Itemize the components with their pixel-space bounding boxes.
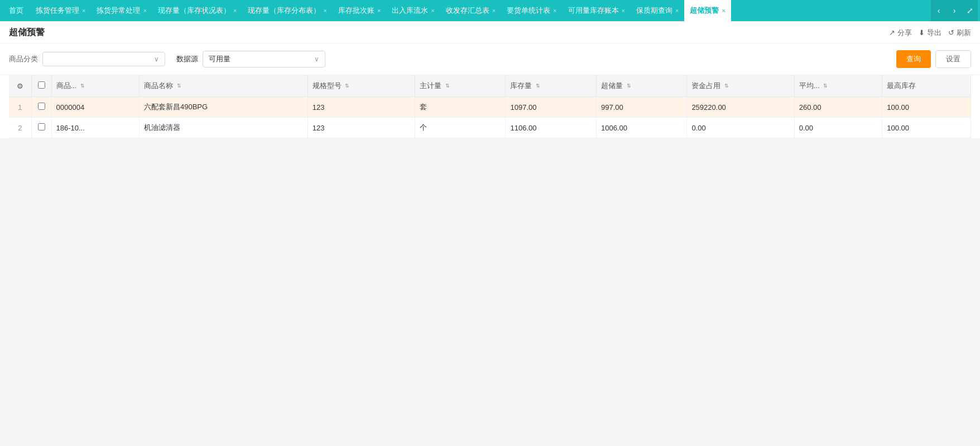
close-tab-5[interactable]: × [431, 7, 434, 14]
checkbox-col-header[interactable] [31, 75, 51, 97]
row-1-spec: 123 [308, 97, 415, 118]
row-2-over-stock: 1006.00 [596, 118, 686, 138]
nav-home[interactable]: 首页 [2, 6, 30, 16]
export-button[interactable]: ⬇ 导出 [919, 28, 941, 38]
datasource-select-value: 可用量 [209, 54, 230, 64]
filter-actions: 查询 设置 [896, 50, 971, 68]
row-1-stock: 1097.00 [506, 97, 596, 118]
nav-right-arrow[interactable]: › [947, 0, 962, 21]
product-code-col-header[interactable]: 商品... ⇅ [51, 75, 139, 97]
tab-pick-exception[interactable]: 拣货异常处理 × [91, 0, 152, 21]
row-1-product-code: 0000004 [51, 97, 139, 118]
sort-product-name-icon: ⇅ [177, 84, 181, 89]
row-1-checkbox-cell[interactable] [31, 97, 51, 118]
avg-col-header[interactable]: 平均... ⇅ [794, 75, 882, 97]
row-1-avg: 260.00 [794, 97, 882, 118]
nav-arrows: ‹ › ⤢ [931, 0, 978, 21]
row-1-product-name: 六配套新昌490BPG [139, 97, 308, 118]
row-2-spec: 123 [308, 118, 415, 138]
row-2-stock: 1106.00 [506, 118, 596, 138]
tab-stock-batch[interactable]: 库存批次账 × [333, 0, 386, 21]
row-2-max-stock: 100.00 [882, 118, 971, 138]
page-header: 超储预警 ↗ 分享 ⬇ 导出 ↺ 刷新 [0, 21, 980, 43]
row-2-checkbox[interactable] [38, 123, 45, 130]
settings-button[interactable]: 设置 [935, 50, 971, 68]
settings-col-header[interactable]: ⚙ [9, 75, 31, 97]
over-stock-col-header[interactable]: 超储量 ⇅ [596, 75, 686, 97]
row-1-num: 1 [9, 97, 31, 118]
row-1-unit: 套 [415, 97, 506, 118]
capital-col-header[interactable]: 资金占用 ⇅ [687, 75, 794, 97]
close-tab-4[interactable]: × [377, 7, 381, 14]
header-actions: ↗ 分享 ⬇ 导出 ↺ 刷新 [889, 28, 971, 38]
filter-bar: 商品分类 ∨ 数据源 可用量 ∨ 查询 设置 [0, 43, 980, 75]
refresh-button[interactable]: ↺ 刷新 [948, 28, 971, 38]
row-1-capital: 259220.00 [687, 97, 794, 118]
tab-stock-dist[interactable]: 现存量（库存分布表） × [242, 0, 332, 21]
sort-overstock-icon: ⇅ [627, 84, 631, 89]
close-tab-10[interactable]: × [722, 7, 725, 14]
table-row: 2 186-10... 机油滤清器 123 个 1106.00 1006.00 … [9, 118, 971, 138]
category-label: 商品分类 [9, 54, 38, 64]
stock-col-header[interactable]: 库存量 ⇅ [506, 75, 596, 97]
tab-inout-flow[interactable]: 出入库流水 × [386, 0, 440, 21]
datasource-dropdown-arrow: ∨ [314, 55, 319, 63]
datasource-select[interactable]: 可用量 ∨ [203, 51, 325, 67]
select-all-checkbox[interactable] [38, 81, 45, 89]
share-icon: ↗ [889, 28, 895, 37]
row-2-capital: 0.00 [687, 118, 794, 138]
close-tab-1[interactable]: × [143, 7, 146, 14]
table-row: 1 0000004 六配套新昌490BPG 123 套 1097.00 997.… [9, 97, 971, 118]
nav-bar: 首页 拣货任务管理 × 拣货异常处理 × 现存量（库存状况表） × 现存量（库存… [0, 0, 980, 21]
query-button[interactable]: 查询 [896, 50, 931, 68]
close-tab-8[interactable]: × [622, 7, 625, 14]
tab-pick-task[interactable]: 拣货任务管理 × [30, 0, 91, 21]
sort-avg-icon: ⇅ [823, 84, 828, 89]
sort-capital-icon: ⇅ [724, 84, 729, 89]
close-tab-9[interactable]: × [675, 7, 679, 14]
sort-unit-icon: ⇅ [445, 84, 450, 89]
export-icon: ⬇ [919, 28, 925, 37]
refresh-icon: ↺ [948, 28, 954, 37]
category-select[interactable]: ∨ [42, 52, 165, 66]
table-header-row: ⚙ 商品... ⇅ 商品名称 ⇅ 规格型号 ⇅ 主计量 [9, 75, 971, 97]
datasource-filter-group: 数据源 可用量 ∨ [176, 51, 325, 67]
tab-expiry-query[interactable]: 保质期查询 × [631, 0, 684, 21]
unit-col-header[interactable]: 主计量 ⇅ [415, 75, 506, 97]
row-2-checkbox-cell[interactable] [31, 118, 51, 138]
close-tab-3[interactable]: × [323, 7, 326, 14]
sort-product-code-icon: ⇅ [80, 84, 85, 89]
row-1-over-stock: 997.00 [596, 97, 686, 118]
nav-expand-arrow[interactable]: ⤢ [962, 0, 978, 21]
sort-spec-icon: ⇅ [345, 84, 349, 89]
close-tab-2[interactable]: × [233, 7, 237, 14]
category-filter-group: 商品分类 ∨ [9, 52, 165, 66]
share-button[interactable]: ↗ 分享 [889, 28, 912, 38]
row-1-checkbox[interactable] [38, 103, 45, 110]
product-name-col-header[interactable]: 商品名称 ⇅ [139, 75, 308, 97]
close-tab-7[interactable]: × [553, 7, 556, 14]
tab-order-stats[interactable]: 要货单统计表 × [501, 0, 562, 21]
row-2-num: 2 [9, 118, 31, 138]
tab-overstock-warning[interactable]: 超储预警 × [684, 0, 731, 21]
row-2-unit: 个 [415, 118, 506, 138]
category-dropdown-arrow: ∨ [154, 55, 159, 63]
overstock-table: ⚙ 商品... ⇅ 商品名称 ⇅ 规格型号 ⇅ 主计量 [9, 75, 971, 138]
max-stock-col-header[interactable]: 最高库存 [882, 75, 971, 97]
spec-col-header[interactable]: 规格型号 ⇅ [308, 75, 415, 97]
page-title: 超储预警 [9, 27, 45, 38]
tab-stock-status[interactable]: 现存量（库存状况表） × [152, 0, 242, 21]
datasource-label: 数据源 [176, 54, 198, 64]
nav-left-arrow[interactable]: ‹ [931, 0, 947, 21]
row-2-product-code: 186-10... [51, 118, 139, 138]
row-2-product-name: 机油滤清器 [139, 118, 308, 138]
close-tab-0[interactable]: × [82, 7, 85, 14]
tab-available-stock[interactable]: 可用量库存账本 × [563, 0, 631, 21]
row-1-max-stock: 100.00 [882, 97, 971, 118]
close-tab-6[interactable]: × [492, 7, 496, 14]
table-container: ⚙ 商品... ⇅ 商品名称 ⇅ 规格型号 ⇅ 主计量 [0, 75, 980, 138]
settings-icon: ⚙ [17, 82, 23, 90]
row-2-avg: 0.00 [794, 118, 882, 138]
tab-receipt-summary[interactable]: 收发存汇总表 × [440, 0, 501, 21]
sort-stock-icon: ⇅ [536, 84, 540, 89]
